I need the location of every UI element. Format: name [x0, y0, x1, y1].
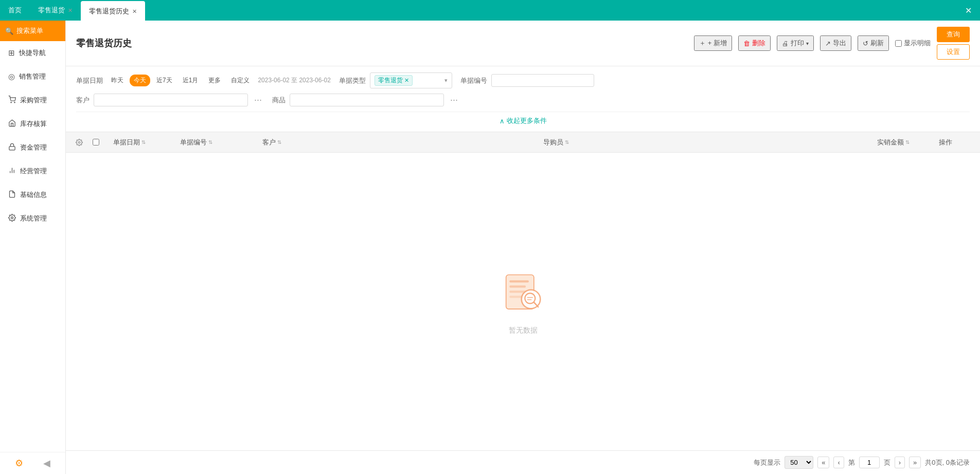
date-btn-yesterday[interactable]: 昨天 — [107, 75, 128, 86]
last-page-button[interactable]: » — [909, 457, 921, 468]
th-op-label: 操作 — [939, 138, 952, 147]
tab-retail-return-history-label: 零售退货历史 — [89, 7, 129, 16]
show-detail-checkbox[interactable] — [895, 40, 902, 47]
print-icon: 🖨 — [782, 40, 789, 47]
delete-button[interactable]: 🗑 删除 — [738, 35, 771, 51]
first-page-button[interactable]: « — [817, 457, 829, 468]
th-setting[interactable] — [70, 139, 88, 146]
th-number-label: 单据编号 — [180, 138, 207, 147]
sidebar-collapse-icon[interactable]: ◀ — [43, 458, 50, 469]
th-customer[interactable]: 客户 ⇅ — [258, 138, 539, 147]
sort-number-icon: ⇅ — [208, 139, 212, 145]
delete-label: 删除 — [752, 39, 765, 48]
close-retail-return-tab[interactable]: ✕ — [68, 7, 73, 14]
page-input[interactable] — [859, 457, 880, 468]
per-page-select[interactable]: 20 50 100 — [785, 456, 813, 469]
svg-point-7 — [78, 141, 80, 143]
page-label: 第 — [848, 458, 855, 467]
th-date[interactable]: 单据日期 ⇅ — [109, 138, 176, 147]
sidebar-item-inventory[interactable]: 库存核算 — [0, 112, 65, 136]
sidebar-item-sys-mgmt[interactable]: 系统管理 — [0, 207, 65, 230]
date-btn-more[interactable]: 更多 — [204, 75, 225, 86]
query-button[interactable]: 查询 — [937, 27, 970, 42]
tab-home[interactable]: 首页 — [0, 0, 30, 21]
table-area: 单据日期 ⇅ 单据编号 ⇅ 客户 ⇅ 导购员 ⇅ 实销金额 — [66, 132, 980, 450]
sidebar-item-finance-label: 资金管理 — [20, 143, 47, 152]
filter-docnumber-input[interactable] — [491, 74, 594, 87]
sidebar-search-label: 搜索菜单 — [16, 26, 43, 35]
doctype-tag-value: 零售退货 — [378, 76, 403, 85]
close-history-tab[interactable]: ✕ — [132, 8, 137, 15]
new-button[interactable]: ＋ + 新增 — [694, 35, 732, 51]
filter-customer-input[interactable] — [94, 94, 248, 106]
set-button[interactable]: 设置 — [937, 44, 970, 60]
export-button[interactable]: ↗ 导出 — [820, 35, 851, 51]
th-amount-label: 实销金额 — [877, 138, 904, 147]
date-btn-custom[interactable]: 自定义 — [227, 75, 254, 86]
th-customer-label: 客户 — [262, 138, 276, 147]
show-detail-checkbox-label[interactable]: 显示明细 — [895, 39, 931, 48]
sidebar-item-finance[interactable]: 资金管理 — [0, 136, 65, 159]
finance-icon — [8, 143, 16, 152]
sidebar-item-sales-mgmt[interactable]: ◎ 销售管理 — [0, 65, 65, 88]
th-checkbox[interactable] — [88, 139, 109, 145]
th-date-label: 单据日期 — [113, 138, 140, 147]
sidebar-item-purchase-mgmt[interactable]: 采购管理 — [0, 88, 65, 112]
sidebar-item-sys-label: 系统管理 — [20, 214, 47, 223]
export-icon: ↗ — [825, 40, 831, 47]
filter-row-2: 客户 ··· 商品 ··· — [76, 94, 970, 106]
filter-goods-input[interactable] — [290, 94, 444, 106]
filter-goods-item: 商品 ··· — [272, 94, 460, 106]
date-btn-7days[interactable]: 近7天 — [152, 75, 176, 86]
svg-point-6 — [11, 217, 13, 219]
customer-more-icon[interactable]: ··· — [252, 95, 264, 105]
sidebar-item-inventory-label: 库存核算 — [20, 119, 47, 129]
sidebar: 🔍 搜索菜单 ⊞ 快捷导航 ◎ 销售管理 采购管理 库存核算 资 — [0, 21, 66, 474]
base-info-icon — [8, 190, 16, 199]
sidebar-item-operations[interactable]: 经营管理 — [0, 159, 65, 183]
goods-more-icon[interactable]: ··· — [448, 95, 460, 105]
new-label: + 新增 — [708, 39, 727, 48]
filter-docnumber-item: 单据编号 — [460, 74, 594, 87]
filter-doctype-select[interactable]: 零售退货 ✕ ▾ — [370, 72, 452, 88]
sidebar-search-bar[interactable]: 🔍 搜索菜单 — [0, 21, 65, 41]
filter-date-item: 单据日期 昨天 今天 近7天 近1月 更多 自定义 2023-06-02 至 2… — [76, 75, 331, 86]
tab-retail-return[interactable]: 零售退货 ✕ — [30, 0, 81, 21]
filter-collapse-button[interactable]: ∧ 收起更多条件 — [500, 116, 547, 125]
print-button[interactable]: 🖨 打印 ▾ — [777, 35, 814, 51]
collapse-up-icon: ∧ — [500, 117, 505, 125]
content-area: 零售退货历史 ＋ + 新增 🗑 删除 🖨 打印 ▾ ↗ 导出 — [66, 21, 980, 474]
sort-customer-icon: ⇅ — [277, 139, 281, 145]
date-btn-1month[interactable]: 近1月 — [179, 75, 203, 86]
tab-home-label: 首页 — [8, 6, 22, 15]
filter-doctype-label: 单据类型 — [339, 76, 366, 85]
sidebar-item-sales-label: 销售管理 — [19, 72, 46, 81]
filter-customer-item: 客户 ··· — [76, 94, 264, 106]
th-number[interactable]: 单据编号 ⇅ — [176, 138, 258, 147]
filter-docnumber-label: 单据编号 — [460, 76, 487, 85]
sidebar-item-quick-nav[interactable]: ⊞ 快捷导航 — [0, 41, 65, 65]
sort-date-icon: ⇅ — [141, 139, 146, 145]
main-layout: 🔍 搜索菜单 ⊞ 快捷导航 ◎ 销售管理 采购管理 库存核算 资 — [0, 21, 980, 474]
doctype-tag-remove[interactable]: ✕ — [404, 77, 409, 84]
svg-rect-12 — [509, 296, 522, 298]
new-icon: ＋ — [699, 39, 706, 48]
window-close-button[interactable]: ✕ — [957, 6, 980, 15]
sidebar-settings-icon[interactable]: ⚙ — [15, 458, 23, 469]
next-page-button[interactable]: › — [895, 457, 905, 468]
sidebar-item-base-info[interactable]: 基础信息 — [0, 183, 65, 207]
refresh-button[interactable]: ↺ 刷新 — [858, 35, 889, 51]
th-guide[interactable]: 导购员 ⇅ — [539, 138, 601, 147]
date-btn-today[interactable]: 今天 — [130, 75, 150, 86]
inventory-icon — [8, 119, 16, 129]
th-amount[interactable]: 实销金额 ⇅ — [873, 138, 935, 147]
export-label: 导出 — [833, 39, 846, 48]
tab-retail-return-history[interactable]: 零售退货历史 ✕ — [81, 1, 145, 22]
sidebar-item-base-info-label: 基础信息 — [20, 190, 47, 199]
table-select-all-checkbox[interactable] — [93, 139, 99, 145]
prev-page-button[interactable]: ‹ — [833, 457, 844, 468]
filter-customer-label: 客户 — [76, 96, 90, 105]
sidebar-item-purchase-label: 采购管理 — [20, 96, 47, 105]
purchase-icon — [8, 96, 16, 105]
svg-point-1 — [14, 102, 15, 103]
